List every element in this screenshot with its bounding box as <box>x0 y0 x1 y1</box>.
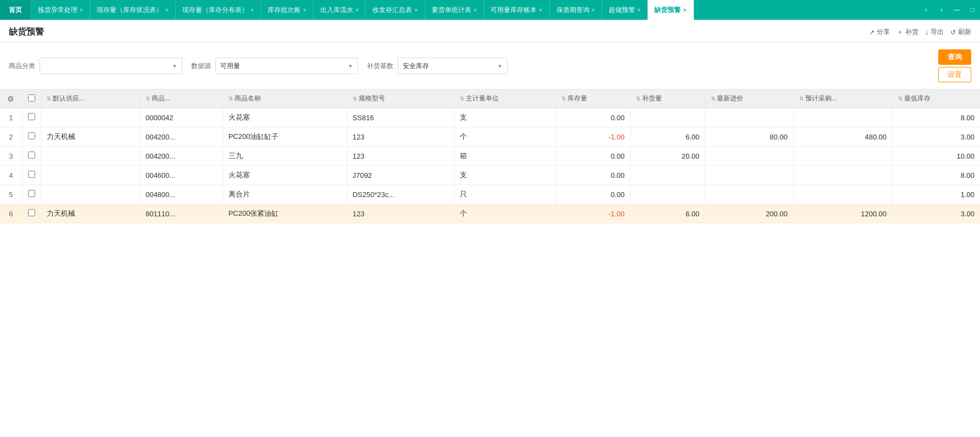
col-header-goodsno: ⇅ 商品... <box>140 89 222 108</box>
row-checkbox-cell[interactable] <box>22 147 41 166</box>
table-row: 4 004600... 火花塞 J7092 支 0.00 8.00 <box>0 166 980 185</box>
col-settings[interactable]: ⚙ <box>0 89 22 108</box>
tab-collection[interactable]: 收发存汇总表 × <box>366 0 425 20</box>
nav-arrow-left[interactable]: ‹ <box>918 0 934 20</box>
tab-close-batch-account[interactable]: × <box>303 7 306 13</box>
cell-spec: DS250*23c... <box>347 185 454 204</box>
row-index: 6 <box>0 204 22 223</box>
row-checkbox[interactable] <box>28 190 35 197</box>
cell-forecastqty <box>793 185 892 204</box>
table-row: 2 力天机械 004200... PC200油缸缸子 123 个 -1.00 6… <box>0 127 980 147</box>
nav-minimize[interactable]: — <box>949 0 965 20</box>
tab-flow[interactable]: 出入库流水 × <box>314 0 366 20</box>
query-button[interactable]: 查询 <box>938 49 971 65</box>
tab-close-exception[interactable]: × <box>80 7 83 13</box>
tab-batch-account[interactable]: 库存批次账 × <box>261 0 313 20</box>
refresh-button[interactable]: ↺ 刷新 <box>950 27 971 37</box>
row-checkbox[interactable] <box>28 171 35 178</box>
cell-replenish <box>631 108 705 127</box>
nav-tabs: 首页 拣货异常处理 × 现存量（库存状况表） × 现存量（库存分布表） × 库存… <box>0 0 980 20</box>
replenish-base-label: 补货基数 <box>367 61 393 71</box>
row-checkbox-cell[interactable] <box>22 166 41 185</box>
cell-replenish <box>631 166 705 185</box>
tab-expiry[interactable]: 保质期查询 × <box>550 0 602 20</box>
cell-stock: 0.00 <box>555 185 630 204</box>
table-settings-icon[interactable]: ⚙ <box>7 94 14 103</box>
cell-spec: 123 <box>347 147 454 166</box>
row-checkbox[interactable] <box>28 132 35 139</box>
col-header-supplier: ⇅ 默认供应... <box>41 89 140 108</box>
col-header-forecastqty: ⇅ 预计采购... <box>793 89 892 108</box>
cell-lastprice: 200.00 <box>705 204 793 223</box>
header-actions: ↗ 分享 ＋ 补货 ↓ 导出 ↺ 刷新 <box>869 27 971 37</box>
filter-group-category: 商品分类 ▼ <box>9 58 182 74</box>
cell-unit: 箱 <box>454 147 555 166</box>
nav-arrow-right[interactable]: › <box>934 0 949 20</box>
share-button[interactable]: ↗ 分享 <box>869 27 890 37</box>
tab-close-shortage[interactable]: × <box>683 7 686 13</box>
refresh-icon: ↺ <box>950 29 956 36</box>
cell-forecastqty: 1200.00 <box>793 204 892 223</box>
cell-replenish: 6.00 <box>631 127 705 147</box>
table-row: 6 力天机械 801110... PC200张紧油缸 123 个 -1.00 6… <box>0 204 980 223</box>
replenish-base-select[interactable]: 安全库存 ▼ <box>398 58 508 74</box>
row-checkbox-cell[interactable] <box>22 108 41 127</box>
tab-inventory-dist[interactable]: 现存量（库存分布表） × <box>176 0 261 20</box>
tab-close-inventory-dist[interactable]: × <box>250 7 254 13</box>
tab-shortage[interactable]: 缺货预警 × <box>648 0 693 20</box>
category-chevron-icon: ▼ <box>172 63 177 69</box>
replenish-base-value: 安全库存 <box>403 61 429 71</box>
cell-lastprice <box>705 147 793 166</box>
export-button[interactable]: ↓ 导出 <box>925 27 944 37</box>
datasource-select[interactable]: 可用量 ▼ <box>215 58 358 74</box>
filter-group-replenish-base: 补货基数 安全库存 ▼ <box>367 58 508 74</box>
tab-available[interactable]: 可用量库存账本 × <box>484 0 549 20</box>
cell-unit: 只 <box>454 185 555 204</box>
settings-button[interactable]: 设置 <box>938 67 971 82</box>
row-index: 2 <box>0 127 22 147</box>
cell-goodsname: 离合片 <box>222 185 347 204</box>
tab-overstock[interactable]: 超储预警 × <box>602 0 648 20</box>
sort-icon-supplier: ⇅ <box>47 96 51 102</box>
row-checkbox-cell[interactable] <box>22 204 41 223</box>
tab-exception[interactable]: 拣货异常处理 × <box>31 0 90 20</box>
row-index: 5 <box>0 185 22 204</box>
row-checkbox-cell[interactable] <box>22 127 41 147</box>
table-header-row: ⚙ ⇅ 默认供应... ⇅ 商品... <box>0 89 980 108</box>
tab-close-expiry[interactable]: × <box>592 7 595 13</box>
tab-demand[interactable]: 要货单统计表 × <box>425 0 484 20</box>
share-icon: ↗ <box>869 29 875 36</box>
row-checkbox[interactable] <box>28 209 35 216</box>
cell-goodsname: PC200油缸缸子 <box>222 127 347 147</box>
cell-spec: 123 <box>347 204 454 223</box>
sort-icon-minstk: ⇅ <box>898 96 903 102</box>
row-checkbox[interactable] <box>28 152 35 159</box>
category-select[interactable]: ▼ <box>40 58 182 74</box>
tab-close-demand[interactable]: × <box>474 7 477 13</box>
select-all-checkbox[interactable] <box>28 94 35 102</box>
cell-goodsno: 801110... <box>140 204 222 223</box>
tab-close-flow[interactable]: × <box>355 7 359 13</box>
tab-inventory-status[interactable]: 现存量（库存状况表） × <box>90 0 175 20</box>
tab-home[interactable]: 首页 <box>0 0 31 20</box>
cell-stock: 0.00 <box>555 166 630 185</box>
export-icon: ↓ <box>925 29 928 36</box>
tab-close-inventory-status[interactable]: × <box>165 7 168 13</box>
replenish-button[interactable]: ＋ 补货 <box>897 27 918 37</box>
nav-maximize[interactable]: □ <box>965 0 980 20</box>
col-checkbox-header[interactable] <box>22 89 41 108</box>
row-checkbox[interactable] <box>28 113 35 120</box>
sort-icon-goodsno: ⇅ <box>146 96 150 102</box>
col-header-goodsname: ⇅ 商品名称 <box>222 89 347 108</box>
col-header-unit: ⇅ 主计量单位 <box>454 89 555 108</box>
tab-close-available[interactable]: × <box>539 7 542 13</box>
cell-supplier <box>41 166 140 185</box>
tab-close-collection[interactable]: × <box>414 7 417 13</box>
cell-goodsno: 004200... <box>140 127 222 147</box>
table-row: 3 004200... 三九 123 箱 0.00 20.00 10.00 <box>0 147 980 166</box>
col-header-minstk: ⇅ 最低库存 <box>893 89 980 108</box>
cell-supplier <box>41 108 140 127</box>
row-checkbox-cell[interactable] <box>22 185 41 204</box>
nav-arrows: ‹ › — □ <box>918 0 980 20</box>
tab-close-overstock[interactable]: × <box>637 7 641 13</box>
